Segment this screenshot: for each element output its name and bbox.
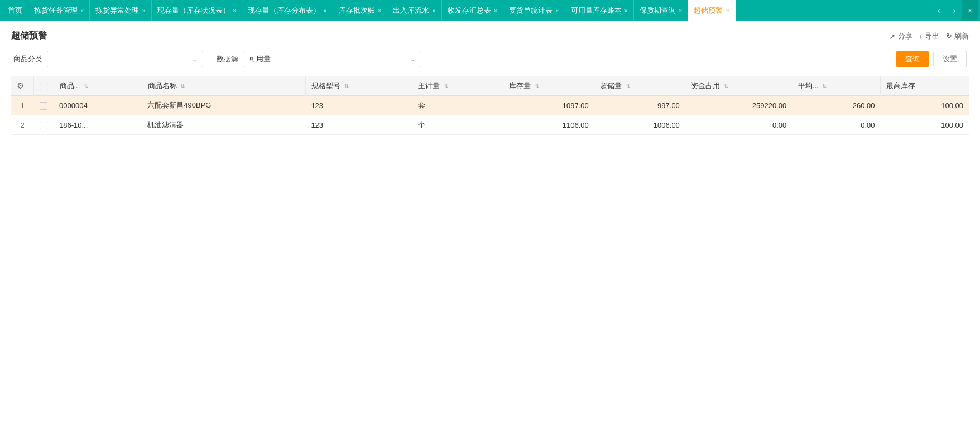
row-capital-1: 0.00 [685, 115, 792, 135]
sort-icon-spec: ⇅ [344, 83, 349, 89]
row-spec-1: 123 [305, 115, 412, 135]
page-container: 超储预警 ➚ 分享 ↓ 导出 ↻ 刷新 商品分类 ⌄ 数据源 [0, 21, 980, 446]
datasource-select[interactable]: 可用量 ⌄ [243, 51, 421, 67]
col-header-product-name[interactable]: 商品名称 ⇅ [142, 76, 305, 96]
row-checkbox-cell-1 [33, 115, 54, 135]
row-number-0: 1 [20, 101, 24, 110]
nav-label-stock-dist: 现存量（库存分布表） [248, 6, 320, 16]
chevron-down-icon-ds: ⌄ [410, 56, 415, 63]
col-header-product-code[interactable]: 商品... ⇅ [54, 76, 142, 96]
row-unit-1: 个 [412, 115, 503, 135]
close-icon-batch[interactable]: × [378, 7, 381, 14]
sort-icon-product-name: ⇅ [180, 83, 185, 89]
close-icon-stock-dist[interactable]: × [323, 7, 326, 14]
share-label: 分享 [898, 31, 912, 41]
filter-actions: 查询 设置 [896, 51, 967, 67]
datasource-filter-group: 数据源 可用量 ⌄ [217, 51, 421, 67]
row-avg-0: 260.00 [792, 96, 880, 115]
nav-item-order-stats[interactable]: 要货单统计表 × [503, 0, 565, 21]
close-icon-summary[interactable]: × [494, 7, 497, 14]
query-button[interactable]: 查询 [896, 51, 929, 67]
col-header-spec[interactable]: 规格型号 ⇅ [305, 76, 412, 96]
col-label-unit: 主计量 [418, 81, 440, 90]
close-icon-overstock[interactable]: × [726, 7, 729, 14]
col-label-overstock: 超储量 [600, 81, 622, 90]
row-max-stock-0: 100.00 [881, 96, 969, 115]
sort-icon-capital: ⇅ [724, 83, 728, 89]
category-select[interactable]: ⌄ [47, 51, 203, 67]
row-product-name-1: 机油滤清器 [142, 115, 305, 135]
sort-icon-overstock: ⇅ [626, 83, 630, 89]
share-button[interactable]: ➚ 分享 [889, 31, 912, 41]
row-index-cell-1: 2 [11, 115, 33, 135]
col-label-capital: 资金占用 [691, 81, 720, 90]
nav-item-stock-dist[interactable]: 现存量（库存分布表） × [242, 0, 333, 21]
nav-item-task[interactable]: 拣货任务管理 × [28, 0, 90, 21]
col-header-capital[interactable]: 资金占用 ⇅ [685, 76, 792, 96]
refresh-icon: ↻ [946, 32, 952, 40]
col-header-stock[interactable]: 库存量 ⇅ [503, 76, 594, 96]
row-spec-0: 123 [305, 96, 412, 115]
col-label-product-name: 商品名称 [148, 81, 177, 90]
close-icon-expiry[interactable]: × [679, 7, 682, 14]
nav-item-expiry[interactable]: 保质期查询 × [634, 0, 688, 21]
row-checkbox-0[interactable] [40, 102, 47, 110]
gear-icon[interactable]: ⚙ [17, 81, 24, 90]
close-icon-abnormal[interactable]: × [142, 7, 145, 14]
row-product-code-1: 186-10... [54, 115, 142, 135]
refresh-button[interactable]: ↻ 刷新 [946, 31, 969, 41]
chevron-down-icon: ⌄ [192, 56, 197, 63]
export-button[interactable]: ↓ 导出 [919, 31, 940, 41]
sort-icon-stock: ⇅ [535, 83, 539, 89]
header-checkbox[interactable] [40, 83, 47, 90]
close-icon-flow[interactable]: × [432, 7, 435, 14]
col-header-avg[interactable]: 平均... ⇅ [792, 76, 880, 96]
col-header-checkbox [33, 76, 54, 96]
nav-arrows: ‹ › × [931, 0, 978, 21]
table-header-row: ⚙ 商品... ⇅ 商品名称 ⇅ 规格型号 ⇅ 主计量 [11, 76, 969, 96]
row-checkbox-1[interactable] [40, 122, 47, 129]
col-header-settings: ⚙ [11, 76, 33, 96]
nav-label-home: 首页 [8, 6, 22, 16]
col-header-max-stock[interactable]: 最高库存 [881, 76, 969, 96]
header-actions: ➚ 分享 ↓ 导出 ↻ 刷新 [889, 31, 969, 41]
close-icon-available[interactable]: × [624, 7, 628, 14]
col-label-product-code: 商品... [60, 81, 80, 90]
top-nav: 首页 拣货任务管理 × 拣货异常处理 × 现存量（库存状况表） × 现存量（库存… [0, 0, 980, 21]
settings-button[interactable]: 设置 [933, 51, 967, 67]
col-header-overstock[interactable]: 超储量 ⇅ [594, 76, 685, 96]
row-product-code-0: 0000004 [54, 96, 142, 115]
row-index-cell-0: 1 [11, 96, 33, 115]
nav-item-overstock[interactable]: 超储预警 × [688, 0, 735, 21]
nav-next-button[interactable]: › [947, 0, 962, 21]
nav-label-stock-status: 现存量（库存状况表） [157, 6, 230, 16]
nav-prev-button[interactable]: ‹ [931, 0, 947, 21]
nav-item-flow[interactable]: 出入库流水 × [387, 0, 441, 21]
export-label: 导出 [925, 31, 939, 41]
row-avg-1: 0.00 [792, 115, 880, 135]
export-icon: ↓ [919, 32, 923, 40]
close-icon-stock-status[interactable]: × [233, 7, 236, 14]
data-table: ⚙ 商品... ⇅ 商品名称 ⇅ 规格型号 ⇅ 主计量 [11, 76, 969, 135]
datasource-value: 可用量 [249, 54, 271, 64]
nav-more-button[interactable]: × [962, 0, 978, 21]
nav-item-batch[interactable]: 库存批次账 × [333, 0, 387, 21]
nav-item-home[interactable]: 首页 [2, 0, 28, 21]
nav-item-stock-status[interactable]: 现存量（库存状况表） × [152, 0, 242, 21]
page-header: 超储预警 ➚ 分享 ↓ 导出 ↻ 刷新 [11, 30, 969, 42]
nav-label-abnormal: 拣货异常处理 [95, 6, 139, 16]
nav-item-abnormal[interactable]: 拣货异常处理 × [90, 0, 151, 21]
nav-label-batch: 库存批次账 [339, 6, 375, 16]
col-label-spec: 规格型号 [311, 81, 340, 90]
nav-item-summary[interactable]: 收发存汇总表 × [442, 0, 503, 21]
row-checkbox-cell-0 [33, 96, 54, 115]
col-label-max-stock: 最高库存 [886, 81, 915, 90]
nav-label-flow: 出入库流水 [393, 6, 429, 16]
nav-item-available[interactable]: 可用量库存账本 × [565, 0, 634, 21]
close-icon-order-stats[interactable]: × [555, 7, 559, 14]
close-icon-task[interactable]: × [80, 7, 84, 14]
page-title: 超储预警 [11, 30, 47, 42]
datasource-label: 数据源 [217, 54, 238, 64]
col-header-unit[interactable]: 主计量 ⇅ [412, 76, 503, 96]
filter-bar: 商品分类 ⌄ 数据源 可用量 ⌄ 查询 设置 [11, 51, 969, 67]
